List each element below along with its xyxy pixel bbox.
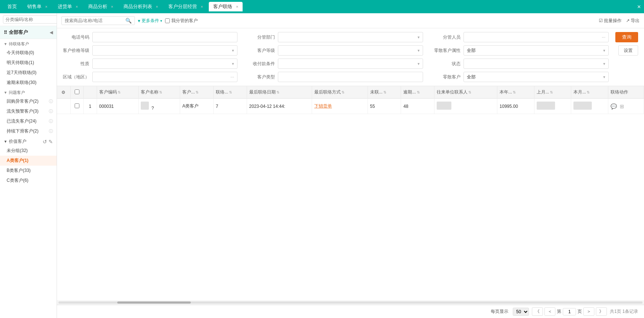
sidebar-item-today-pending[interactable]: 今天待联络(0) — [0, 48, 57, 58]
sidebar-all-customers[interactable]: ⠿ 全部客户 ◀ — [0, 26, 57, 39]
value-edit-icon[interactable]: ✎ — [49, 139, 53, 145]
close-analysis-tab[interactable]: × — [111, 4, 113, 9]
section-problem-title[interactable]: ▼ 问题客户 — [0, 88, 57, 96]
value-arrow-icon: ▼ — [4, 139, 7, 144]
prev-page-btn[interactable]: ＜ — [544, 307, 555, 316]
sort-this-month-icon: ⇅ — [587, 90, 590, 94]
sidebar-item-c-class[interactable]: C类客户(6) — [0, 176, 57, 186]
info-icon-lost[interactable]: ⓘ — [49, 119, 53, 124]
filter-status: 状态 ▾ — [434, 59, 609, 69]
tab-analysis-list[interactable]: 商品分析列表 × — [119, 2, 162, 11]
scroll-bar-area[interactable] — [57, 300, 644, 305]
filter-status-select[interactable]: ▾ — [464, 59, 609, 69]
col-header-last-date[interactable]: 最后联络日期⇅ — [247, 86, 312, 99]
row-code[interactable]: 000031 — [97, 99, 138, 114]
tab-purchase[interactable]: 进货单 × — [53, 2, 82, 11]
sidebar-item-a-class[interactable]: A类客户(1) — [0, 156, 57, 166]
retail-attr-arrow-icon: ▾ — [603, 48, 605, 53]
sidebar-item-7days-pending[interactable]: 近7天待联络(0) — [0, 68, 57, 78]
last-page-btn[interactable]: 》 — [596, 307, 607, 316]
tab-sales[interactable]: 销售单 × — [23, 2, 52, 11]
sidebar-search-input[interactable] — [3, 15, 57, 24]
chat-icon[interactable]: 💬 — [611, 103, 617, 109]
per-page-label: 每页显示 — [491, 308, 508, 315]
col-header-name[interactable]: 客户名称⇅ — [138, 86, 180, 99]
settings-button[interactable]: 设置 — [618, 45, 638, 56]
filter-nature-select[interactable]: ▾ — [92, 59, 237, 69]
toolbar-search-input[interactable] — [65, 18, 124, 23]
scroll-thumb[interactable] — [117, 301, 191, 304]
col-header-code[interactable]: 客户编码⇅ — [97, 86, 138, 99]
close-sales-tab[interactable]: × — [45, 4, 47, 9]
filter-person-select[interactable]: ··· — [464, 32, 609, 42]
close-purchase-tab[interactable]: × — [76, 4, 78, 9]
sidebar-item-lost[interactable]: 已流失客户(24) ⓘ — [0, 116, 57, 126]
filter-retail-label: 零散客户 — [434, 74, 464, 80]
sidebar-item-b-class[interactable]: B类客户(33) — [0, 166, 57, 176]
batch-op-btn[interactable]: ☑ 批量操作 — [599, 18, 622, 24]
sidebar-item-warning[interactable]: 流失预警客户(3) ⓘ — [0, 106, 57, 116]
col-header-overdue[interactable]: 逾期...⇅ — [401, 86, 434, 99]
filter-retail-select[interactable]: 全部 ▾ — [464, 72, 609, 82]
tab-customer-contact[interactable]: 客户联络 × — [209, 2, 243, 11]
col-header-last-method[interactable]: 最后联络方式⇅ — [312, 86, 368, 99]
nature-arrow-icon: ▾ — [232, 61, 234, 66]
filter-dept-select[interactable]: ▾ — [278, 32, 423, 42]
last-method-link[interactable]: 下销货单 — [314, 103, 332, 109]
sidebar-item-overdue-pending[interactable]: 逾期未联络(30) — [0, 78, 57, 88]
filter-panel: 电话号码 分管部门 ▾ 分管人员 — [57, 28, 644, 86]
row-check[interactable] — [70, 99, 83, 114]
per-page-select[interactable]: 50 — [513, 308, 529, 316]
col-header-unit-contact[interactable]: 往来单位联系人⇅ — [434, 86, 497, 99]
select-all-checkbox[interactable] — [75, 89, 79, 94]
sidebar-item-ungrouped[interactable]: 未分组(32) — [0, 146, 57, 156]
filter-region-select[interactable]: ··· — [92, 72, 237, 82]
info-icon-declining[interactable]: ⓘ — [49, 128, 53, 134]
col-header-this-month[interactable]: 本月...⇅ — [571, 86, 608, 99]
info-icon-abnormal[interactable]: ⓘ — [49, 99, 53, 104]
first-page-btn[interactable]: 《 — [532, 307, 543, 316]
filter-more-btn[interactable]: ▾ 更多条件 ▾ — [138, 18, 162, 24]
page-number-input[interactable] — [563, 308, 576, 315]
col-header-this-year[interactable]: 本年...⇅ — [497, 86, 534, 99]
col-header-last-month[interactable]: 上月...⇅ — [534, 86, 571, 99]
tab-customer-seg[interactable]: 客户分层经营 × — [164, 2, 207, 11]
filter-price-grade-select[interactable]: ▾ — [92, 45, 237, 56]
sidebar-collapse-icon[interactable]: ◀ — [50, 30, 53, 35]
col-gear[interactable]: ⚙ — [57, 86, 70, 99]
sidebar-item-tomorrow-pending[interactable]: 明天待联络(1) — [0, 58, 57, 68]
tab-analysis[interactable]: 商品分析 × — [84, 2, 118, 11]
col-check[interactable] — [70, 86, 83, 99]
row-last-method[interactable]: 下销货单 — [312, 99, 368, 114]
close-customer-seg-tab[interactable]: × — [201, 4, 203, 9]
filter-price-grade: 客户价格等级 ▾ — [63, 45, 237, 56]
close-customer-contact-tab[interactable]: × — [236, 4, 238, 9]
qr-icon[interactable]: ⊞ — [620, 103, 624, 109]
filter-payment-select[interactable]: ▾ — [278, 59, 423, 69]
window-close-btn[interactable]: ✕ — [637, 4, 641, 10]
info-icon-warning[interactable]: ⓘ — [49, 109, 53, 114]
col-header-category[interactable]: 客户...⇅ — [180, 86, 213, 99]
query-button[interactable]: 查询 — [615, 32, 638, 42]
filter-retail-attr-select[interactable]: 全部 ▾ — [464, 45, 609, 56]
value-refresh-icon[interactable]: ↺ — [43, 139, 47, 145]
problem-arrow-icon: ▼ — [4, 91, 7, 95]
col-header-no-contact[interactable]: 未联...⇅ — [368, 86, 401, 99]
section-pending-title[interactable]: ▼ 待联络客户 — [0, 39, 57, 48]
row-checkbox[interactable] — [75, 103, 79, 108]
export-btn[interactable]: ↗ 导出 — [626, 18, 640, 24]
close-analysis-list-tab[interactable]: × — [156, 4, 158, 9]
nav-home[interactable]: 首页 — [3, 2, 21, 11]
sidebar: 🔍 ⠿ 全部客户 ◀ ▼ 待联络客户 今天待联络(0) 明天待联络(1) 近7天… — [0, 13, 57, 318]
next-page-btn[interactable]: ＞ — [583, 307, 594, 316]
toolbar-search-icon[interactable]: 🔍 — [125, 18, 132, 24]
filter-customer-type-input[interactable] — [278, 72, 423, 82]
col-header-contact[interactable]: 联络...⇅ — [213, 86, 247, 99]
my-customer-checkbox[interactable] — [165, 18, 170, 23]
filter-phone-input[interactable] — [92, 32, 237, 42]
sidebar-item-declining[interactable]: 持续下滑客户(2) ⓘ — [0, 126, 57, 136]
filter-customer-grade-select[interactable]: ▾ — [278, 45, 423, 56]
section-value-title[interactable]: ▼ 价值客户 ↺ ✎ — [0, 136, 57, 146]
sidebar-item-abnormal[interactable]: 回购异常客户(2) ⓘ — [0, 96, 57, 106]
sort-last-date-icon: ⇅ — [276, 90, 279, 94]
